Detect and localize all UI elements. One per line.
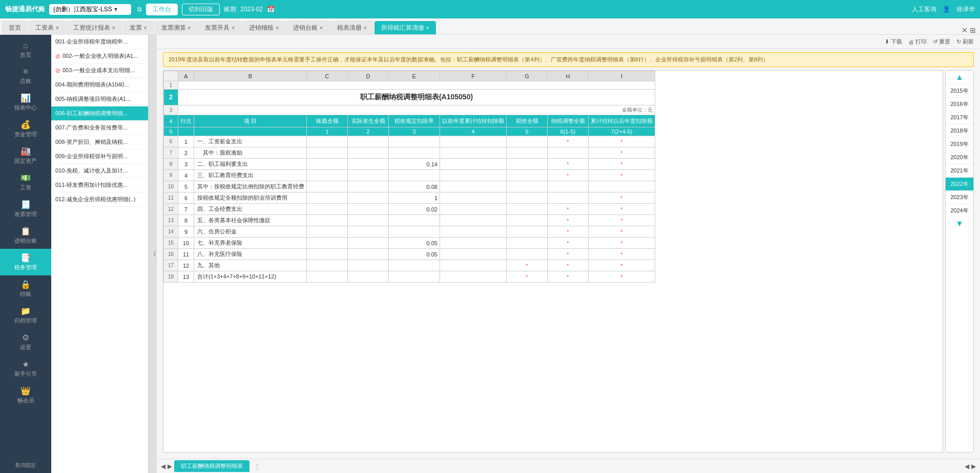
list-item-007[interactable]: 007-广告费和业务宣传费等... xyxy=(51,121,148,135)
close-icon[interactable]: × xyxy=(320,25,323,31)
close-icon[interactable]: × xyxy=(188,25,191,31)
sidebar-item-close[interactable]: 🔒 结账 xyxy=(0,275,51,302)
sidebar-item-settings[interactable]: ⚙ 设置 xyxy=(0,329,51,355)
sidebar-item-report[interactable]: 📊 报表中心 xyxy=(0,89,51,116)
sidebar-item-tax[interactable]: 📑 税务管理 xyxy=(0,249,51,275)
tab-tax-table[interactable]: 税表清册 × xyxy=(330,21,373,34)
col-header-C: C xyxy=(307,71,348,81)
sidebar-item-member[interactable]: 👑 畅会员 xyxy=(0,382,51,408)
sidebar-item-archive[interactable]: 📁 归档管理 xyxy=(0,302,51,329)
tab-income-tax[interactable]: 所得税汇算清缴 × xyxy=(374,21,436,34)
year-item-2016[interactable]: 2016年 xyxy=(946,97,973,111)
year-item-2020[interactable]: 2020年 xyxy=(946,150,973,164)
list-item-006[interactable]: 006-职工薪酬纳税调整明细... xyxy=(51,106,148,121)
bottom-sheet-bar: ◀ ▶ 职工薪酬纳税调整明细表 ⋮ ◀ ▶ xyxy=(157,459,980,473)
close-icon[interactable]: × xyxy=(56,25,59,31)
tab-purchase-ledger[interactable]: 进销台账 × xyxy=(286,21,329,34)
year-nav-down[interactable]: ▼ xyxy=(946,217,973,230)
tab-salary[interactable]: 工资表 × xyxy=(29,21,66,34)
close-icon[interactable]: × xyxy=(276,25,279,31)
list-item-002[interactable]: ⊘ 002-一般企业收入明细表(A1... xyxy=(51,49,148,63)
tab-invoice[interactable]: 发票 × xyxy=(123,21,154,34)
table-row: 13 8 五、各类基本社会保障性缴款 * * xyxy=(164,215,655,226)
sidebar-label-invoice: 发票管理 xyxy=(14,210,37,218)
tab-invoice-open[interactable]: 发票开具 × xyxy=(198,21,241,34)
table-row: 6 1 一、工资薪金支出 * * xyxy=(164,136,655,147)
year-nav-up[interactable]: ▲ xyxy=(946,71,973,84)
close-icon[interactable]: × xyxy=(232,25,235,31)
sidebar-item-asset-mgmt[interactable]: 💰 资金管理 xyxy=(0,116,51,142)
sidebar-item-salary[interactable]: 💵 工资 xyxy=(0,169,51,196)
refresh-button[interactable]: ↻ 刷新 xyxy=(956,38,974,46)
sidebar-item-purchase[interactable]: 📋 进销台账 xyxy=(0,222,51,249)
list-item-003[interactable]: ⊘ 003-一般企业成本支出明细... xyxy=(51,63,148,78)
sheet-tab-main[interactable]: 职工薪酬纳税调整明细表 xyxy=(174,460,249,472)
tab-invoice-calc[interactable]: 发票测算 × xyxy=(155,21,198,34)
print-icon: 🖨 xyxy=(908,39,914,45)
company-selector[interactable]: (勿删）江西股宝-LSS ▾ xyxy=(49,4,131,15)
workspace-button[interactable]: 工作台 xyxy=(146,4,178,15)
download-button[interactable]: ⬇ 下载 xyxy=(885,38,902,46)
content-area: 001-企业所得税年度纳税申... ⊘ 002-一般企业收入明细表(A1... … xyxy=(51,35,980,473)
invoice-icon: 🧾 xyxy=(20,200,31,209)
warn-icon-003: ⊘ xyxy=(55,67,60,74)
toolbar: ⬇ 下载 🖨 打印 ↺ 重置 ↻ 刷新 xyxy=(157,35,980,49)
company-name: (勿删）江西股宝-LSS xyxy=(53,5,112,14)
settings-icon: ⚙ xyxy=(22,333,29,342)
table-row: 7 2 其中：股权激励 * xyxy=(164,147,655,159)
list-item-005[interactable]: 005-纳税调整项目明细表(A1... xyxy=(51,92,148,106)
sidebar-item-invoice[interactable]: 🧾 发票管理 xyxy=(0,196,51,222)
calendar-icon[interactable]: 📅 xyxy=(267,6,275,13)
sidebar-label-newbie: 新手引导 xyxy=(14,370,37,378)
col-header-B: B xyxy=(194,71,307,81)
nav-left-icon[interactable]: ◀ xyxy=(161,463,165,470)
close-icon[interactable]: × xyxy=(364,25,367,31)
sidebar-item-ledger[interactable]: ≡ 总账 xyxy=(0,63,51,89)
nav-right-icon[interactable]: ▶ xyxy=(168,463,172,470)
tab-expand-icon[interactable]: ⊞ xyxy=(970,26,976,34)
sidebar-item-home[interactable]: ⌂ 首页 xyxy=(0,37,51,63)
tab-salary-report[interactable]: 工资统计报表 × xyxy=(67,21,122,34)
close-icon[interactable]: × xyxy=(426,25,429,31)
table-row: 8 3 二、职工福利要支出 0.14 * * xyxy=(164,159,655,170)
year-item-2023[interactable]: 2023年 xyxy=(946,190,973,204)
item-008-label: 008-资产折旧、摊销及纳税... xyxy=(55,138,128,146)
list-item-010[interactable]: 010-免税、减计收入及加计... xyxy=(51,164,148,178)
collapse-panel-button[interactable]: 《 xyxy=(149,35,157,473)
list-item-009[interactable]: 009-企业所得税弥补亏损明... xyxy=(51,149,148,164)
user-service-link[interactable]: 人工客询 xyxy=(912,5,936,14)
close-icon[interactable]: × xyxy=(112,25,115,31)
list-item-001[interactable]: 001-企业所得税年度纳税申... xyxy=(51,35,148,49)
year-item-2019[interactable]: 2019年 xyxy=(946,137,973,150)
scroll-left-icon[interactable]: ◀ xyxy=(965,463,969,470)
list-item-011[interactable]: 011-研发费用加计扣除优惠... xyxy=(51,178,148,192)
copy-icon[interactable]: ⧉ xyxy=(137,6,142,13)
print-button[interactable]: 🖨 打印 xyxy=(908,38,927,46)
scroll-right-icon[interactable]: ▶ xyxy=(971,463,976,470)
year-item-2024[interactable]: 2024年 xyxy=(946,204,973,217)
year-item-2017[interactable]: 2017年 xyxy=(946,111,973,124)
sidebar-item-fixed-asset[interactable]: 🏭 固定资产 xyxy=(0,142,51,169)
year-item-2022[interactable]: 2022年 xyxy=(946,177,973,190)
spreadsheet[interactable]: A B C D E F G H I 1 xyxy=(163,70,943,453)
collapse-icon: 《 xyxy=(150,250,156,259)
col3-header: 税收规定扣除率 xyxy=(389,115,440,127)
unpin-label[interactable]: 取消固定 xyxy=(15,462,36,468)
tab-purchase-check[interactable]: 进销稽核 × xyxy=(242,21,285,34)
tab-home[interactable]: 首页 xyxy=(2,21,28,34)
corner-cell xyxy=(164,71,178,81)
year-item-2018[interactable]: 2018年 xyxy=(946,124,973,137)
reset-button[interactable]: ↺ 重置 xyxy=(933,38,950,46)
close-icon[interactable]: × xyxy=(144,25,147,31)
list-item-012[interactable]: 012-减免企业所得税优惠明细(..) xyxy=(51,192,148,207)
list-item-008[interactable]: 008-资产折旧、摊销及纳税... xyxy=(51,135,148,149)
year-item-2021[interactable]: 2021年 xyxy=(946,164,973,177)
sidebar-item-newbie[interactable]: ★ 新手引导 xyxy=(0,355,51,382)
sub-header-row: 4 行次 项 目 账载全额 实际发生全额 税收规定扣除率 以前年度累计结转扣除额… xyxy=(164,115,655,127)
tab-close-all-icon[interactable]: ✕ xyxy=(962,26,968,34)
sidebar-label-settings: 设置 xyxy=(20,343,31,351)
list-item-004[interactable]: 004-期间费用明细表(A1040... xyxy=(51,78,148,92)
sheet-options-icon[interactable]: ⋮ xyxy=(254,462,261,470)
switch-old-button[interactable]: 切到旧版 xyxy=(182,4,220,15)
year-item-2015[interactable]: 2015年 xyxy=(946,84,973,97)
